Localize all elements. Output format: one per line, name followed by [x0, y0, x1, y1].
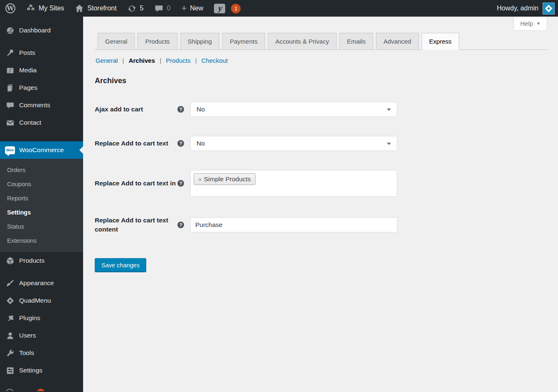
- sidebar-item-contact[interactable]: Contact: [0, 114, 83, 131]
- dashboard-icon: [5, 25, 15, 35]
- my-account-menu[interactable]: Howdy, admin: [497, 0, 558, 17]
- subnav-link-products[interactable]: Products: [166, 57, 190, 64]
- plus-icon: +: [181, 4, 187, 12]
- form-row-replace-text: Replace Add to cart text ? No: [95, 136, 558, 151]
- select-value: No: [197, 106, 205, 113]
- admin-bar: W My Sites Storefront: [0, 0, 558, 17]
- admin-sidebar: Dashboard Posts ♪ Media Pages: [0, 17, 83, 392]
- pin-icon: [5, 48, 15, 58]
- submenu-item-reports[interactable]: Reports: [0, 191, 83, 205]
- wordpress-logo-menu[interactable]: W: [0, 0, 21, 17]
- menu-separator: [0, 39, 83, 44]
- subnav-link-checkout[interactable]: Checkout: [202, 57, 228, 64]
- subnav-current-archives: Archives: [129, 57, 155, 64]
- home-icon: [75, 4, 84, 13]
- form-row-replace-text-content: Replace Add to cart text content ?: [95, 216, 558, 234]
- chevron-down-icon: ▼: [536, 21, 541, 26]
- sidebar-item-quadmenu[interactable]: QuadMenu: [0, 292, 83, 309]
- sidebar-item-appearance[interactable]: Appearance: [0, 274, 83, 292]
- form-row-ajax-add-to-cart: Ajax add to cart ? No: [95, 102, 558, 117]
- settings-tabs: General Products Shipping Payments Accou…: [95, 32, 547, 50]
- yoast-notification-badge: 1: [231, 4, 241, 13]
- envelope-icon: [5, 118, 15, 128]
- menu-separator: [0, 379, 83, 387]
- woocommerce-icon: Woo: [5, 145, 15, 155]
- sidebar-item-label: QuadMenu: [19, 297, 51, 304]
- sidebar-item-label: Users: [19, 332, 36, 339]
- seo-icon: [6, 389, 14, 391]
- sidebar-item-posts[interactable]: Posts: [0, 44, 83, 62]
- updates-menu[interactable]: 5: [122, 0, 149, 17]
- sidebar-item-label: Media: [19, 67, 37, 74]
- yoast-seo-menu[interactable]: y 1: [209, 0, 246, 17]
- wrench-icon: [5, 348, 15, 358]
- sidebar-item-settings[interactable]: Settings: [0, 362, 83, 379]
- sidebar-item-woocommerce[interactable]: Woo WooCommerce: [0, 141, 83, 159]
- form-row-replace-text-in: Replace Add to cart text in ? × Simple P…: [95, 170, 558, 197]
- sidebar-item-label: Settings: [19, 367, 42, 374]
- sidebar-item-dashboard[interactable]: Dashboard: [0, 22, 83, 39]
- subnav-link-general[interactable]: General: [96, 57, 118, 64]
- replace-text-in-multiselect[interactable]: × Simple Products: [190, 170, 397, 197]
- save-changes-button[interactable]: Save changes: [95, 258, 146, 272]
- content-area: Help ▼ General Products Shipping Payment…: [83, 17, 558, 392]
- express-subnav: General | Archives | Products | Checkout: [96, 57, 547, 64]
- replace-text-content-input[interactable]: [190, 217, 397, 232]
- sidebar-item-users[interactable]: Users: [0, 327, 83, 344]
- ajax-add-to-cart-select[interactable]: No: [190, 102, 397, 117]
- sidebar-item-tools[interactable]: Tools: [0, 344, 83, 362]
- submenu-item-extensions[interactable]: Extensions: [0, 234, 83, 248]
- sidebar-item-media[interactable]: ♪ Media: [0, 62, 83, 79]
- sidebar-item-label: Appearance: [19, 279, 54, 287]
- subnav-separator: |: [123, 57, 124, 64]
- sidebar-item-products[interactable]: Products: [0, 252, 83, 269]
- help-button[interactable]: Help ▼: [514, 17, 547, 31]
- svg-text:♪: ♪: [8, 68, 11, 74]
- tab-products[interactable]: Products: [138, 33, 177, 50]
- sidebar-item-comments[interactable]: Comments: [0, 96, 83, 114]
- help-tip-icon[interactable]: ?: [177, 180, 184, 187]
- help-tip-icon[interactable]: ?: [177, 222, 184, 228]
- tab-shipping[interactable]: Shipping: [180, 33, 219, 50]
- tab-payments[interactable]: Payments: [222, 33, 265, 50]
- new-content-menu[interactable]: + New: [176, 0, 209, 17]
- tab-general[interactable]: General: [98, 33, 135, 50]
- sidebar-item-label: Contact: [19, 119, 41, 126]
- tab-accounts-privacy[interactable]: Accounts & Privacy: [268, 33, 337, 50]
- tab-emails[interactable]: Emails: [339, 33, 373, 50]
- my-sites-menu[interactable]: My Sites: [21, 0, 69, 17]
- help-tip-icon[interactable]: ?: [177, 106, 184, 113]
- tag-label: Simple Products: [204, 175, 251, 183]
- tab-express[interactable]: Express: [422, 33, 459, 50]
- submenu-item-settings[interactable]: Settings: [0, 205, 83, 219]
- diamond-icon: [5, 296, 15, 306]
- subnav-separator: |: [195, 57, 197, 64]
- remove-tag-icon[interactable]: ×: [198, 176, 202, 183]
- update-count: 5: [140, 5, 144, 12]
- submenu-item-status[interactable]: Status: [0, 219, 83, 234]
- yoast-seo-icon: y: [214, 4, 225, 13]
- archives-settings-form: Ajax add to cart ? No Replace Add to car…: [95, 102, 558, 272]
- replace-add-to-cart-text-select[interactable]: No: [190, 136, 397, 151]
- sidebar-item-label: Dashboard: [19, 27, 51, 34]
- menu-separator: [0, 131, 83, 141]
- help-tip-icon[interactable]: ?: [177, 140, 184, 147]
- tab-advanced[interactable]: Advanced: [376, 33, 419, 50]
- select-value: No: [197, 140, 205, 147]
- sidebar-item-pages[interactable]: Pages: [0, 79, 83, 96]
- my-sites-icon: [26, 4, 35, 13]
- submenu-item-orders[interactable]: Orders: [0, 163, 83, 177]
- submenu-item-coupons[interactable]: Coupons: [0, 177, 83, 191]
- sliders-icon: [5, 365, 15, 375]
- sidebar-item-plugins[interactable]: Plugins: [0, 309, 83, 327]
- updates-icon: [128, 4, 137, 13]
- sidebar-item-label: Comments: [19, 101, 50, 109]
- comment-bubble-icon: [155, 4, 164, 13]
- chevron-down-icon: [387, 143, 391, 145]
- sidebar-item-partial[interactable]: [0, 387, 83, 391]
- site-menu[interactable]: Storefront: [69, 0, 122, 17]
- comments-menu[interactable]: 0: [149, 0, 176, 17]
- help-label: Help: [520, 20, 533, 27]
- field-label: Replace Add to cart text content: [95, 216, 177, 234]
- new-label: New: [190, 5, 203, 12]
